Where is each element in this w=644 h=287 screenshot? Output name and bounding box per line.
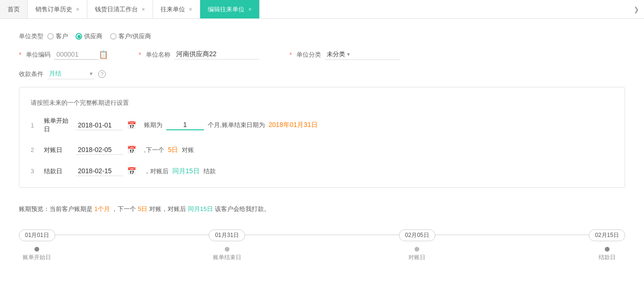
timeline-label-3: 对账日	[408, 253, 425, 262]
tab-partner-unit[interactable]: 往来单位 ×	[153, 0, 200, 18]
timeline: 01月01日 账单开始日 01月31日 账单结束日 02月05日 对账日 02月…	[19, 225, 625, 262]
period-row-3-highlight: 同月15日	[172, 167, 200, 176]
period-row-1-num: 1	[31, 122, 40, 129]
unit-code-field: 000001 📋	[54, 50, 108, 60]
payment-label: 收款条件	[19, 70, 43, 78]
period-row-1-calendar-icon[interactable]: 📅	[127, 121, 136, 130]
unit-name-star: *	[138, 51, 141, 59]
timeline-label-2: 账单结束日	[213, 253, 241, 262]
unit-class-select[interactable]: 未分类 ▾	[325, 49, 400, 60]
period-row-2-num: 2	[31, 146, 40, 153]
period-row-3-prefix: ，对账后	[144, 167, 169, 176]
preview-prefix: 账期预览：当前客户账期是	[19, 205, 93, 212]
tab-home-label: 首页	[8, 5, 20, 14]
period-row-3-label: 结款日	[44, 167, 72, 176]
preview-mid2: 对账，对账后	[149, 205, 186, 212]
tab-partner-unit-label: 往来单位	[161, 5, 185, 14]
payment-select[interactable]: 月结 ▾	[47, 68, 94, 79]
timeline-badge-1: 01月01日	[19, 229, 55, 241]
unit-code-star: *	[19, 51, 21, 59]
tab-edit-partner-close[interactable]: ×	[248, 6, 252, 13]
period-row-1-label: 账单开始日	[44, 117, 72, 134]
radio-customer-circle	[47, 33, 54, 40]
unit-code-label: 单位编码	[26, 51, 51, 59]
period-row-3-date[interactable]: 2018-02-15	[76, 166, 123, 176]
period-row-1-mid: 账期为	[144, 121, 162, 129]
timeline-point-3: 02月05日 对账日	[399, 229, 435, 262]
tab-sales-history[interactable]: 销售订单历史 ×	[28, 0, 87, 18]
radio-supplier[interactable]: 供应商	[76, 32, 102, 41]
timeline-point-2: 01月31日 账单结束日	[209, 229, 245, 262]
period-row-1: 1 账单开始日 2018-01-01 📅 账期为 1 个月,账单结束日期为 20…	[31, 117, 613, 134]
unit-code-calendar-icon[interactable]: 📋	[99, 50, 108, 59]
timeline-point-4: 02月15日 结款日	[589, 229, 625, 262]
period-row-2-suffix: 对账	[182, 146, 194, 154]
radio-customer-label: 客户	[56, 32, 68, 41]
period-row-1-highlight: 2018年01月31日	[269, 121, 318, 129]
tab-cash-work-close[interactable]: ×	[142, 6, 145, 13]
main-content: 单位类型 客户 供应商 客户/供应商 * 单位编码 000001 📋	[0, 19, 644, 287]
radio-supplier-circle	[76, 33, 82, 40]
timeline-dot-2	[225, 247, 229, 252]
preview-h2: 5日	[138, 205, 147, 212]
period-row-3-suffix: 结款	[203, 167, 216, 176]
period-row-2-date[interactable]: 2018-02-05	[76, 145, 123, 155]
period-row-2-label: 对账日	[44, 146, 72, 154]
tab-home[interactable]: 首页	[0, 0, 28, 18]
timeline-badge-3: 02月05日	[399, 229, 435, 241]
unit-type-row: 单位类型 客户 供应商 客户/供应商	[19, 32, 625, 41]
tab-bar: 首页 销售订单历史 × 钱货日清工作台 × 往来单位 × 编辑往来单位 × ❯	[0, 0, 644, 19]
tab-partner-unit-close[interactable]: ×	[189, 6, 192, 13]
period-row-2-prefix: ,下一个	[144, 146, 164, 154]
tab-expand-btn[interactable]: ❯	[629, 0, 644, 18]
expand-icon: ❯	[634, 6, 639, 13]
period-row-2: 2 对账日 2018-02-05 📅 ,下一个 5日 对账	[31, 145, 613, 155]
unit-code-input[interactable]: 000001	[54, 50, 97, 59]
unit-class-label: 单位分类	[297, 51, 321, 59]
period-row-3-calendar-icon[interactable]: 📅	[127, 167, 136, 176]
timeline-badge-2: 01月31日	[209, 229, 245, 241]
unit-name-label: 单位名称	[146, 51, 170, 59]
preview-suffix: 该客户会给我打款。	[215, 205, 270, 212]
unit-class-chevron-icon: ▾	[347, 51, 350, 58]
preview-section: 账期预览：当前客户账期是 1个月 ，下一个 5日 对账，对账后 同月15日 该客…	[19, 197, 625, 213]
radio-customer[interactable]: 客户	[47, 32, 68, 41]
timeline-point-1: 01月01日 账单开始日	[19, 229, 55, 262]
tab-edit-partner[interactable]: 编辑往来单位 ×	[200, 0, 260, 18]
period-months-input[interactable]: 1	[166, 120, 204, 130]
payment-help-icon[interactable]: ?	[98, 70, 106, 78]
unit-info-row: * 单位编码 000001 📋 * 单位名称 河南供应商22 * 单位分类 未分…	[19, 49, 625, 60]
unit-name-input[interactable]: 河南供应商22	[174, 50, 259, 59]
unit-class-value: 未分类	[327, 50, 345, 59]
payment-row: 收款条件 月结 ▾ ?	[19, 68, 625, 79]
timeline-dot-3	[415, 247, 419, 252]
payment-chevron-icon: ▾	[90, 70, 93, 77]
radio-both[interactable]: 客户/供应商	[110, 32, 151, 41]
section-title: 请按照未来的一个完整帐期进行设置	[31, 99, 613, 107]
period-row-3: 3 结款日 2018-02-15 📅 ，对账后 同月15日 结款	[31, 166, 613, 176]
radio-both-circle	[110, 33, 117, 40]
period-row-2-calendar-icon[interactable]: 📅	[127, 145, 136, 154]
period-row-1-suffix: 个月,账单结束日期为	[208, 121, 265, 129]
period-row-3-num: 3	[31, 168, 40, 175]
tab-sales-history-close[interactable]: ×	[76, 6, 79, 13]
timeline-dot-4	[605, 247, 610, 252]
radio-supplier-label: 供应商	[84, 32, 102, 41]
radio-group-unit-type: 客户 供应商 客户/供应商	[47, 32, 151, 41]
preview-mid: ，下一个	[111, 205, 136, 212]
period-row-1-date[interactable]: 2018-01-01	[76, 120, 123, 130]
tab-cash-work-label: 钱货日清工作台	[95, 5, 138, 14]
radio-both-label: 客户/供应商	[119, 32, 151, 41]
preview-h3: 同月15日	[188, 205, 213, 212]
timeline-label-4: 结款日	[599, 253, 616, 262]
period-row-2-highlight: 5日	[168, 146, 178, 154]
timeline-label-1: 账单开始日	[23, 253, 51, 262]
tab-sales-history-label: 销售订单历史	[35, 5, 72, 14]
payment-value: 月结	[49, 69, 88, 78]
timeline-points: 01月01日 账单开始日 01月31日 账单结束日 02月05日 对账日 02月…	[19, 229, 625, 262]
tab-edit-partner-label: 编辑往来单位	[208, 5, 245, 14]
preview-h1: 1个月	[94, 205, 110, 212]
tab-cash-work[interactable]: 钱货日清工作台 ×	[87, 0, 153, 18]
timeline-dot-1	[34, 247, 39, 252]
timeline-badge-4: 02月15日	[589, 229, 625, 241]
